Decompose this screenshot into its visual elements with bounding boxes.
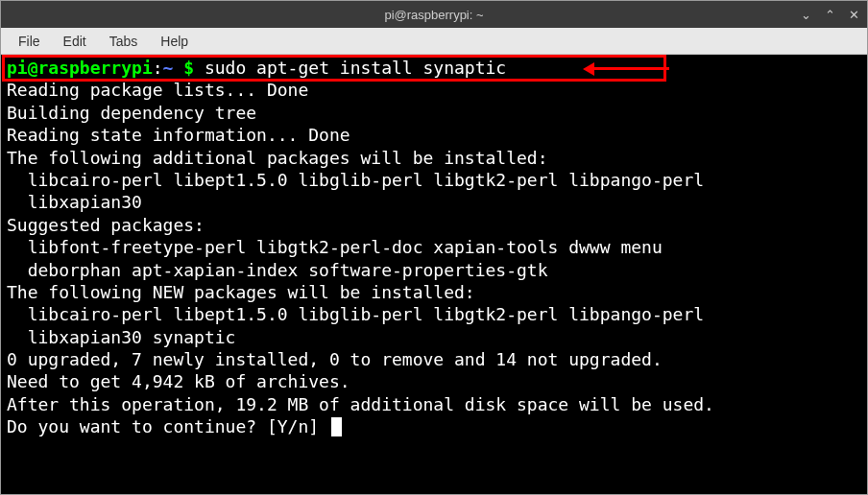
output-line: deborphan apt-xapian-index software-prop… [7, 260, 548, 280]
output-line: Need to get 4,942 kB of archives. [7, 371, 350, 391]
menu-file[interactable]: File [9, 32, 50, 51]
output-line: Suggested packages: [7, 215, 205, 235]
output-line: The following NEW packages will be insta… [7, 282, 475, 302]
window-title: pi@raspberrypi: ~ [384, 8, 483, 22]
output-line: libfont-freetype-perl libgtk2-perl-doc x… [7, 237, 663, 257]
prompt-colon: : [153, 58, 163, 78]
command-text: sudo apt-get install synaptic [205, 58, 506, 78]
output-line: Reading state information... Done [7, 125, 350, 145]
output-line: After this operation, 19.2 MB of additio… [7, 394, 714, 414]
terminal-content: pi@raspberrypi:~ $ sudo apt-get install … [1, 55, 867, 440]
output-line: 0 upgraded, 7 newly installed, 0 to remo… [7, 349, 663, 369]
minimize-button[interactable]: ⌄ [801, 9, 811, 21]
titlebar[interactable]: pi@raspberrypi: ~ ⌄ ⌃ ✕ [1, 1, 867, 28]
menu-edit[interactable]: Edit [54, 32, 96, 51]
output-line: libcairo-perl libept1.5.0 libglib-perl l… [7, 170, 704, 190]
menu-help[interactable]: Help [151, 32, 198, 51]
terminal-cursor [331, 417, 342, 436]
output-line: libcairo-perl libept1.5.0 libglib-perl l… [7, 304, 704, 324]
output-line: Reading package lists... Done [7, 80, 308, 100]
window-controls: ⌄ ⌃ ✕ [801, 9, 859, 21]
output-line: libxapian30 synaptic [7, 327, 235, 347]
menu-tabs[interactable]: Tabs [100, 32, 148, 51]
maximize-button[interactable]: ⌃ [825, 9, 835, 21]
output-line: Building dependency tree [7, 103, 256, 123]
output-line: libxapian30 [7, 192, 142, 212]
prompt-path: ~ [163, 58, 174, 78]
terminal-window: pi@raspberrypi: ~ ⌄ ⌃ ✕ File Edit Tabs H… [0, 0, 868, 495]
close-button[interactable]: ✕ [849, 9, 859, 21]
prompt-user-host: pi@raspberrypi [7, 58, 153, 78]
output-line: The following additional packages will b… [7, 148, 548, 168]
output-line: Do you want to continue? [Y/n] [7, 416, 329, 436]
terminal-area[interactable]: pi@raspberrypi:~ $ sudo apt-get install … [1, 55, 867, 494]
menubar: File Edit Tabs Help [1, 28, 867, 55]
prompt-symbol: $ [173, 58, 205, 78]
